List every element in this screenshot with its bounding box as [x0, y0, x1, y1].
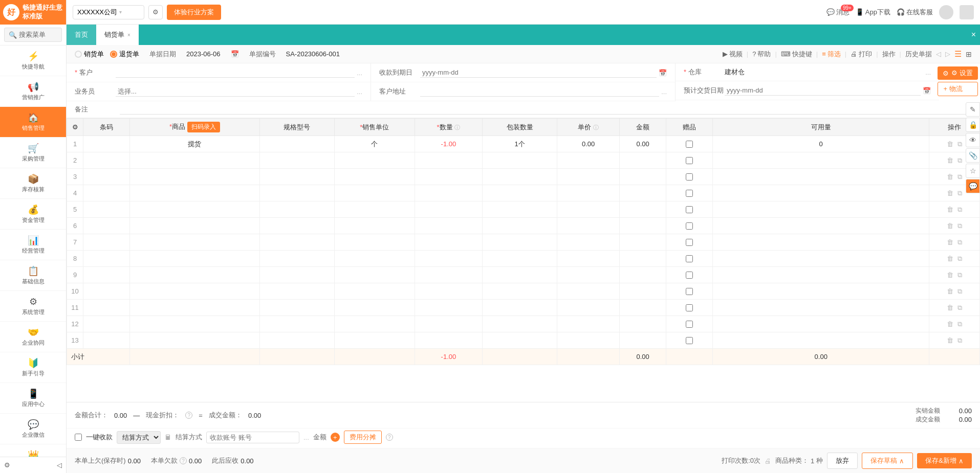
row-qty[interactable]	[415, 267, 483, 283]
sidebar-item-purchase[interactable]: 🛒采购管理	[0, 138, 66, 168]
row-qty[interactable]	[415, 316, 483, 332]
row-unit[interactable]	[334, 218, 415, 234]
video-tool[interactable]: ▶ 视频	[723, 50, 743, 59]
row-spec[interactable]	[259, 283, 334, 300]
float-attachment-button[interactable]: 📎	[966, 148, 980, 163]
customer-addr-input[interactable]	[420, 86, 659, 97]
add-payment-button[interactable]: +	[331, 433, 340, 442]
sidebar-item-member[interactable]: 👑畅会员	[0, 444, 66, 457]
payment-dots[interactable]: ...	[303, 434, 309, 441]
copy-icon[interactable]: ⧉	[957, 320, 962, 328]
delete-icon[interactable]: 🗑	[947, 320, 953, 328]
row-qty[interactable]	[415, 300, 483, 316]
scan-button[interactable]: 扫码录入	[187, 122, 220, 132]
row-gift[interactable]	[666, 316, 713, 332]
row-unit[interactable]	[334, 169, 415, 185]
calendar-icon[interactable]: 📅	[231, 50, 239, 58]
radio-return-order[interactable]: 退货单	[110, 50, 139, 59]
row-price[interactable]	[557, 201, 620, 218]
sidebar-search[interactable]: 🔍 搜索菜单	[0, 25, 66, 46]
help-tool[interactable]: ? 帮助	[752, 50, 771, 59]
row-spec[interactable]	[259, 169, 334, 185]
row-qty[interactable]	[415, 152, 483, 169]
row-price[interactable]	[557, 218, 620, 234]
row-barcode[interactable]	[83, 300, 130, 316]
row-price[interactable]	[557, 267, 620, 283]
row-spec[interactable]	[259, 332, 334, 349]
copy-icon[interactable]: ⧉	[957, 287, 962, 295]
help-icon-summary[interactable]: ?	[185, 412, 192, 419]
copy-icon[interactable]: ⧉	[957, 206, 962, 213]
calendar-icon-2[interactable]: 📅	[659, 69, 667, 77]
row-unit[interactable]: 个	[334, 136, 415, 152]
row-pack-qty[interactable]	[483, 201, 557, 218]
row-spec[interactable]	[259, 185, 334, 201]
row-barcode[interactable]	[83, 251, 130, 267]
row-product[interactable]	[129, 218, 259, 234]
row-qty[interactable]	[415, 234, 483, 251]
gift-checkbox[interactable]	[686, 337, 693, 344]
settings-icon[interactable]: ⚙	[4, 461, 10, 469]
app-download-button[interactable]: 📱 App下载	[856, 8, 890, 17]
calendar-icon-3[interactable]: 📅	[923, 87, 931, 95]
sidebar-item-marketing[interactable]: 📢营销推广	[0, 76, 66, 107]
row-amount[interactable]	[620, 201, 666, 218]
row-price[interactable]	[557, 283, 620, 300]
row-gift[interactable]	[666, 251, 713, 267]
fee-help-icon[interactable]: ?	[386, 434, 393, 441]
row-product[interactable]	[129, 251, 259, 267]
nav-prev-icon[interactable]: ◁	[936, 50, 941, 58]
row-amount[interactable]	[620, 152, 666, 169]
sidebar-item-enterprise[interactable]: 🤝企业协同	[0, 322, 66, 352]
gift-checkbox[interactable]	[686, 157, 693, 164]
save-new-button[interactable]: 保存&新增 ∧	[917, 453, 972, 468]
row-product[interactable]	[129, 201, 259, 218]
trial-button[interactable]: 体验行业方案	[167, 5, 221, 20]
row-barcode[interactable]	[83, 169, 130, 185]
online-service-button[interactable]: 🎧 在线客服	[897, 8, 933, 17]
row-amount[interactable]	[620, 267, 666, 283]
row-gift[interactable]	[666, 332, 713, 349]
row-qty[interactable]: -1.00	[415, 136, 483, 152]
remark-input[interactable]	[120, 104, 972, 115]
sidebar-item-guide[interactable]: 🔰新手引导	[0, 352, 66, 383]
filter-tool[interactable]: ≡ 筛选	[822, 50, 841, 59]
row-spec[interactable]	[259, 152, 334, 169]
row-spec[interactable]	[259, 251, 334, 267]
shortcut-tool[interactable]: ⌨ 快捷键	[781, 50, 812, 59]
customer-input[interactable]	[116, 67, 355, 78]
search-menu-button[interactable]: 🔍 搜索菜单	[4, 28, 62, 42]
row-spec[interactable]	[259, 218, 334, 234]
gift-checkbox[interactable]	[686, 141, 693, 148]
delete-icon[interactable]: 🗑	[947, 189, 953, 197]
sidebar-item-system[interactable]: ⚙系统管理	[0, 291, 66, 322]
customer-addr-dots[interactable]: ...	[661, 88, 667, 96]
float-edit-button[interactable]: ✎	[966, 102, 980, 117]
gift-checkbox[interactable]	[686, 321, 693, 328]
gift-checkbox[interactable]	[686, 255, 693, 262]
row-gift[interactable]	[666, 234, 713, 251]
row-barcode[interactable]	[83, 283, 130, 300]
delete-icon[interactable]: 🗑	[947, 140, 953, 148]
row-pack-qty[interactable]	[483, 283, 557, 300]
row-gift[interactable]	[666, 136, 713, 152]
float-eye-button[interactable]: 👁	[966, 133, 980, 147]
row-qty[interactable]	[415, 332, 483, 349]
row-barcode[interactable]	[83, 332, 130, 349]
row-barcode[interactable]	[83, 152, 130, 169]
row-product[interactable]	[129, 283, 259, 300]
delete-icon[interactable]: 🗑	[947, 222, 953, 230]
row-barcode[interactable]	[83, 218, 130, 234]
row-pack-qty[interactable]	[483, 152, 557, 169]
user-menu-button[interactable]	[960, 5, 974, 19]
row-amount[interactable]	[620, 234, 666, 251]
sidebar-item-basics[interactable]: 📋基础信息	[0, 260, 66, 291]
payment-account-input[interactable]	[206, 432, 299, 443]
row-unit[interactable]	[334, 234, 415, 251]
sidebar-item-appstore[interactable]: 📱应用中心	[0, 383, 66, 414]
row-barcode[interactable]	[83, 185, 130, 201]
customer-dots[interactable]: ...	[357, 69, 362, 77]
row-price[interactable]: 0.00	[557, 136, 620, 152]
row-unit[interactable]	[334, 332, 415, 349]
topbar-settings-button[interactable]: ⚙	[148, 5, 163, 19]
